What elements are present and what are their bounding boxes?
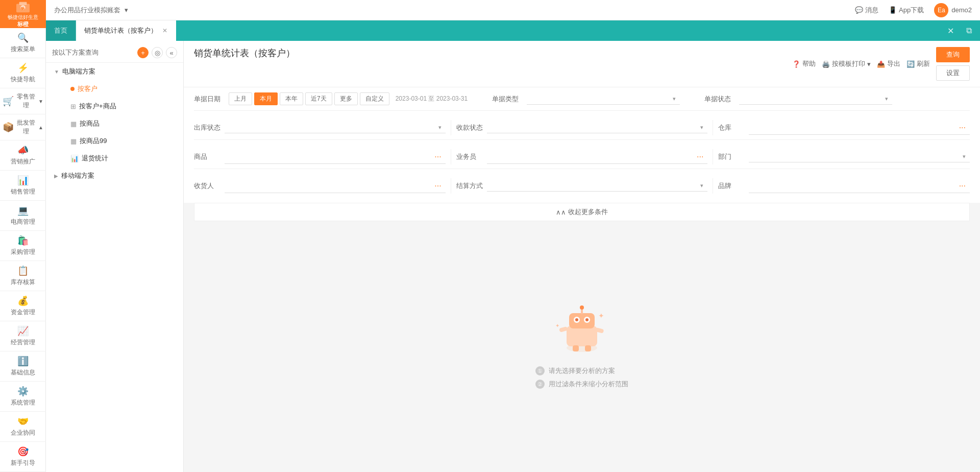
filter-brand: 品牌 ···	[718, 179, 970, 193]
app-download-action[interactable]: 📱 App下载	[889, 6, 924, 15]
sidebar-item-purchase[interactable]: 🛍️ 采购管理	[0, 231, 46, 261]
table2-icon: ▦	[70, 137, 77, 145]
header-actions: 💬 消息 📱 App下载 Ea demo2	[855, 3, 972, 17]
date-btn-more[interactable]: 更多	[334, 92, 358, 105]
plan-return-stats-label: 退货统计	[82, 154, 108, 163]
date-btn-custom[interactable]: 自定义	[360, 92, 389, 105]
mobile-section-item[interactable]: ▶ 移动端方案	[46, 167, 183, 184]
collect-status-label: 收款状态	[456, 123, 487, 132]
sidebar-item-basic[interactable]: ℹ️ 基础信息	[0, 351, 46, 382]
sidebar-item-marketing[interactable]: 📣 营销推广	[0, 140, 46, 171]
sales-stats-tab-label: 销货单统计表（按客户）	[84, 26, 157, 35]
retail-icon: 🛒	[3, 96, 14, 107]
collect-status-select[interactable]: ▾	[487, 122, 708, 133]
product-input-wrap[interactable]: ···	[225, 150, 446, 164]
date-btn-last-7days[interactable]: 近7天	[305, 92, 332, 105]
out-status-select[interactable]: ▾	[225, 122, 446, 133]
product-ellipsis: ···	[434, 152, 441, 161]
receiver-input-wrap[interactable]: ···	[225, 179, 446, 193]
warehouse-input-wrap[interactable]: ···	[749, 121, 970, 135]
message-action[interactable]: 💬 消息	[855, 6, 878, 15]
quicknav-icon: ⚡	[17, 62, 29, 74]
date-btn-this-year[interactable]: 本年	[280, 92, 303, 105]
sidebar-logo: 畅 畅捷信好生意 标橙	[0, 0, 46, 28]
sidebar-item-finance[interactable]: 💰 资金管理	[0, 291, 46, 321]
filter-row-2: 商品 ··· 业务员 ··· 部门	[194, 145, 970, 169]
sidebar-item-retail[interactable]: 🛒 零售管理 ▼	[0, 88, 46, 114]
collapse-up-icon: ∧∧	[556, 208, 566, 216]
sidebar-item-operations[interactable]: 📈 经营管理	[0, 321, 46, 351]
svg-rect-1	[19, 2, 27, 5]
settlement-select[interactable]: ▾	[487, 180, 708, 192]
brand-ellipsis: ···	[959, 181, 966, 191]
sidebar-item-ecommerce[interactable]: 💻 电商管理	[0, 201, 46, 231]
plan-collapse-btn[interactable]: «	[166, 47, 177, 58]
tab-home[interactable]: 首页	[46, 20, 76, 41]
collect-status-dropdown-icon: ▾	[700, 124, 703, 131]
user-profile[interactable]: Ea demo2	[934, 3, 972, 17]
svg-point-9	[575, 318, 578, 321]
page-header-actions: ❓ 帮助 🖨️ 按模板打印 ▾ 📤 导出 🔄 刷新	[792, 47, 970, 81]
filter-product: 商品 ···	[194, 150, 446, 164]
salesperson-label: 业务员	[456, 152, 487, 161]
help-link[interactable]: ❓ 帮助	[792, 59, 816, 68]
date-btn-last-month[interactable]: 上月	[229, 92, 252, 105]
plan-item-return-stats[interactable]: 📊 退货统计	[62, 150, 183, 167]
plan-item-by-customer[interactable]: 按客户	[62, 80, 183, 98]
order-status-dropdown-icon: ▾	[885, 96, 888, 102]
filter-section: 单据日期 上月 本月 本年 近7天 更多 自定义 2023-03-01 至 20…	[184, 87, 980, 203]
export-link[interactable]: 📤 导出	[877, 59, 900, 68]
sales-icon: 📊	[17, 175, 29, 186]
wholesale-icon: 📦	[3, 122, 14, 133]
filter-settlement: 结算方式 ▾	[456, 180, 708, 192]
brand-label: 品牌	[718, 181, 749, 191]
brand-input-wrap[interactable]: ···	[749, 179, 970, 193]
date-btn-this-month[interactable]: 本月	[254, 92, 278, 105]
desktop-section-item[interactable]: ▼ 电脑端方案	[46, 63, 183, 80]
department-select[interactable]: ▾	[749, 151, 970, 162]
tab-sales-stats[interactable]: 销货单统计表（按客户） ✕	[76, 20, 176, 41]
logo-sub: 标橙	[17, 20, 29, 28]
settings-button[interactable]: 设置	[936, 65, 970, 81]
empty-tips: ① 请先选择要分析的方案 ② 用过滤条件来缩小分析范围	[535, 364, 628, 391]
tab-bar-actions: ✕ ⧉	[943, 23, 980, 38]
export-icon: 📤	[877, 60, 885, 68]
sidebar-item-quicknav[interactable]: ⚡ 快捷导航	[0, 58, 46, 88]
chart-icon: 📊	[70, 155, 79, 162]
plan-add-btn[interactable]: +	[137, 47, 149, 58]
filter-receiver: 收货人 ···	[194, 179, 446, 193]
plan-item-by-customer-product[interactable]: ⊞ 按客户+商品	[62, 98, 183, 115]
collapse-more-btn[interactable]: ∧∧ 收起更多条件	[194, 203, 970, 221]
sidebar-item-sales[interactable]: 📊 销售管理	[0, 171, 46, 201]
tip-item-2: ② 用过滤条件来缩小分析范围	[535, 377, 628, 391]
table-icon: ▦	[70, 120, 77, 128]
refresh-link[interactable]: 🔄 刷新	[906, 59, 930, 68]
plan-by-product99-label: 按商品99	[80, 136, 107, 146]
page-title: 销货单统计表（按客户）	[194, 47, 295, 59]
help-icon: ❓	[792, 60, 800, 68]
tab-close-icon[interactable]: ✕	[162, 27, 167, 34]
tab-close-btn[interactable]: ✕	[943, 23, 958, 38]
grid-icon: ⊞	[70, 103, 76, 110]
receiver-label: 收货人	[194, 181, 225, 191]
sidebar-item-wholesale[interactable]: 📦 批发管理 ▲	[0, 114, 46, 140]
divider3	[451, 149, 451, 164]
sidebar-item-inventory[interactable]: 📋 库存核算	[0, 261, 46, 291]
app-title-dropdown-icon[interactable]: ▾	[125, 6, 128, 14]
plan-settings-btn[interactable]: ◎	[152, 47, 163, 58]
tab-restore-btn[interactable]: ⧉	[962, 23, 976, 38]
svg-text:✦: ✦	[555, 323, 559, 328]
plan-item-by-product99[interactable]: ▦ 按商品99	[62, 132, 183, 150]
order-type-select[interactable]: ▾	[527, 93, 680, 105]
query-button[interactable]: 查询	[936, 47, 970, 62]
salesperson-input-wrap[interactable]: ···	[487, 150, 708, 164]
order-status-select[interactable]: ▾	[739, 93, 892, 105]
sidebar-item-search[interactable]: 🔍 搜索菜单	[0, 28, 46, 58]
sidebar-item-newguide[interactable]: 🎯 新手引导	[0, 442, 46, 472]
plan-item-by-product[interactable]: ▦ 按商品	[62, 115, 183, 132]
sidebar-item-enterprise[interactable]: 🤝 企业协同	[0, 412, 46, 442]
sidebar-item-system[interactable]: ⚙️ 系统管理	[0, 382, 46, 412]
print-icon: 🖨️	[822, 60, 830, 68]
enterprise-icon: 🤝	[17, 416, 29, 427]
print-link[interactable]: 🖨️ 按模板打印 ▾	[822, 59, 871, 68]
